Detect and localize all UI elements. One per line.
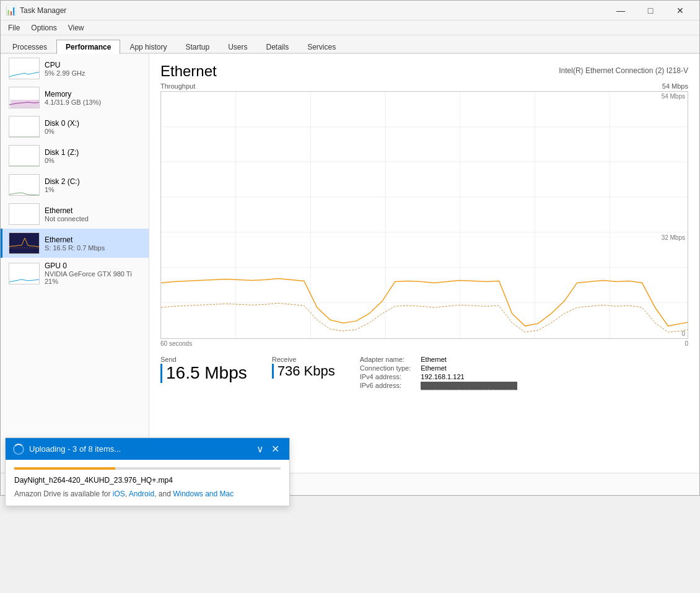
memory-name: Memory (45, 90, 142, 99)
disk2-sub: 1% (45, 186, 142, 193)
ethernet-off-sub: Not connected (45, 215, 142, 222)
app-title: Task Manager (20, 6, 66, 15)
upload-header-controls: ∨ ✕ (254, 443, 282, 455)
sidebar-item-ethernet-on[interactable]: Ethernet S: 16.5 R: 0.7 Mbps (1, 229, 149, 258)
sidebar-item-disk2[interactable]: Disk 2 (C:) 1% (1, 170, 149, 200)
upload-header-text: Uploading - 3 of 8 items... (29, 444, 121, 454)
disk0-name: Disk 0 (X:) (45, 119, 142, 128)
memory-info: Memory 4.1/31.9 GB (13%) (45, 90, 142, 106)
upload-header-left: Uploading - 3 of 8 items... (13, 444, 121, 455)
disk1-info: Disk 1 (Z:) 0% (45, 148, 142, 164)
gpu0-pct: 21% (45, 278, 142, 285)
disk0-thumb (9, 116, 40, 138)
scale-54: 54 Mbps (662, 93, 685, 100)
connection-type-key: Connection type: (360, 364, 411, 372)
receive-value: 736 Kbps (272, 364, 335, 379)
upload-amazon-text: Amazon Drive is available for iOS, Andro… (14, 490, 281, 498)
upload-progress-fill (14, 467, 115, 470)
adapter-name-val: Ethernet (421, 356, 517, 363)
menu-options[interactable]: Options (26, 22, 61, 33)
memory-thumb (9, 87, 40, 108)
stats-section: Send 16.5 Mbps Receive 736 Kbps Adapter … (160, 356, 688, 389)
tab-startup[interactable]: Startup (176, 40, 219, 54)
disk0-sub: 0% (45, 128, 142, 135)
ipv4-val: 192.168.1.121 (421, 373, 517, 380)
main-area: CPU 5% 2.99 GHz Memory 4.1/31.9 GB (13%) (1, 54, 699, 473)
cpu-thumb (9, 58, 40, 79)
scale-top: 54 Mbps (662, 82, 688, 90)
ethernet-on-info: Ethernet S: 16.5 R: 0.7 Mbps (45, 235, 142, 252)
upload-body: DayNight_h264-420_4KUHD_23.976_HQ+.mp4 A… (6, 460, 289, 506)
upload-notification: Uploading - 3 of 8 items... ∨ ✕ DayNight… (5, 437, 290, 506)
receive-label: Receive (272, 356, 335, 363)
ipv4-key: IPv4 address: (360, 373, 411, 380)
tab-processes[interactable]: Processes (3, 40, 56, 54)
ethernet-on-sub: S: 16.5 R: 0.7 Mbps (45, 244, 142, 252)
maximize-button[interactable]: □ (636, 1, 665, 20)
gpu0-sub: NVIDIA GeForce GTX 980 Ti (45, 270, 142, 278)
upload-minimize-button[interactable]: ∨ (254, 443, 266, 455)
close-button[interactable]: ✕ (666, 1, 694, 20)
memory-sub: 4.1/31.9 GB (13%) (45, 99, 142, 106)
send-stat: Send 16.5 Mbps (160, 356, 247, 389)
task-manager-window: 📊 Task Manager — □ ✕ File Options View P… (0, 0, 700, 496)
time-right: 0 (685, 340, 688, 347)
graph-svg (161, 92, 688, 338)
content-area: Ethernet Intel(R) Ethernet Connection (2… (149, 54, 699, 473)
sidebar-item-disk1[interactable]: Disk 1 (Z:) 0% (1, 141, 149, 170)
titlebar-controls: — □ ✕ (606, 1, 694, 20)
sidebar-item-disk0[interactable]: Disk 0 (X:) 0% (1, 112, 149, 141)
connection-type-val: Ethernet (421, 364, 517, 372)
disk2-thumb (9, 174, 40, 196)
content-title: Ethernet (160, 63, 217, 80)
disk1-thumb (9, 145, 40, 167)
gpu0-name: GPU 0 (45, 261, 142, 270)
menu-view[interactable]: View (63, 22, 89, 33)
android-link[interactable]: Android (129, 490, 154, 498)
scale-32: 32 Mbps (662, 234, 685, 241)
tab-performance[interactable]: Performance (56, 40, 120, 54)
upload-header: Uploading - 3 of 8 items... ∨ ✕ (6, 438, 289, 460)
sidebar-item-cpu[interactable]: CPU 5% 2.99 GHz (1, 54, 149, 83)
ethernet-off-info: Ethernet Not connected (45, 206, 142, 222)
scale-0: 0 (681, 330, 685, 337)
gpu0-thumb (9, 263, 40, 284)
app-icon: 📊 (6, 6, 16, 15)
minimize-button[interactable]: — (606, 1, 635, 20)
ipv6-val: ████████████████████ (421, 382, 517, 389)
receive-stat: Receive 736 Kbps (272, 356, 335, 389)
ethernet-on-thumb (9, 232, 40, 254)
disk0-info: Disk 0 (X:) 0% (45, 119, 142, 135)
graph-label-row: Throughput 54 Mbps (160, 82, 688, 90)
tab-services[interactable]: Services (298, 40, 345, 54)
ios-link[interactable]: iOS (113, 490, 125, 498)
graph-container: 54 Mbps 32 Mbps 0 (160, 91, 688, 339)
cpu-sub: 5% 2.99 GHz (45, 69, 142, 77)
cpu-name: CPU (45, 61, 142, 69)
windows-mac-link[interactable]: Windows and Mac (173, 490, 234, 498)
time-left: 60 seconds (160, 340, 192, 347)
sidebar-item-gpu0[interactable]: GPU 0 NVIDIA GeForce GTX 980 Ti 21% (1, 258, 149, 289)
and-text: , and (154, 490, 173, 498)
upload-progress-bar (14, 467, 281, 470)
content-adapter: Intel(R) Ethernet Connection (2) I218-V (559, 66, 688, 75)
ethernet-on-name: Ethernet (45, 235, 142, 244)
ipv6-key: IPv6 address: (360, 382, 411, 389)
sidebar: CPU 5% 2.99 GHz Memory 4.1/31.9 GB (13%) (1, 54, 149, 473)
sidebar-item-memory[interactable]: Memory 4.1/31.9 GB (13%) (1, 83, 149, 112)
disk2-name: Disk 2 (C:) (45, 177, 142, 186)
tab-app-history[interactable]: App history (120, 40, 176, 54)
graph-time-row: 60 seconds 0 (160, 340, 688, 347)
menu-file[interactable]: File (3, 22, 25, 33)
stat-meta: Adapter name: Ethernet Connection type: … (360, 356, 517, 389)
tabbar: Processes Performance App history Startu… (1, 35, 699, 54)
ethernet-off-name: Ethernet (45, 206, 142, 215)
tab-users[interactable]: Users (219, 40, 256, 54)
titlebar: 📊 Task Manager — □ ✕ (1, 1, 699, 20)
upload-close-button[interactable]: ✕ (269, 443, 282, 455)
send-value: 16.5 Mbps (160, 364, 247, 383)
disk2-info: Disk 2 (C:) 1% (45, 177, 142, 193)
tab-details[interactable]: Details (256, 40, 298, 54)
sidebar-item-ethernet-off[interactable]: Ethernet Not connected (1, 200, 149, 229)
disk1-name: Disk 1 (Z:) (45, 148, 142, 157)
